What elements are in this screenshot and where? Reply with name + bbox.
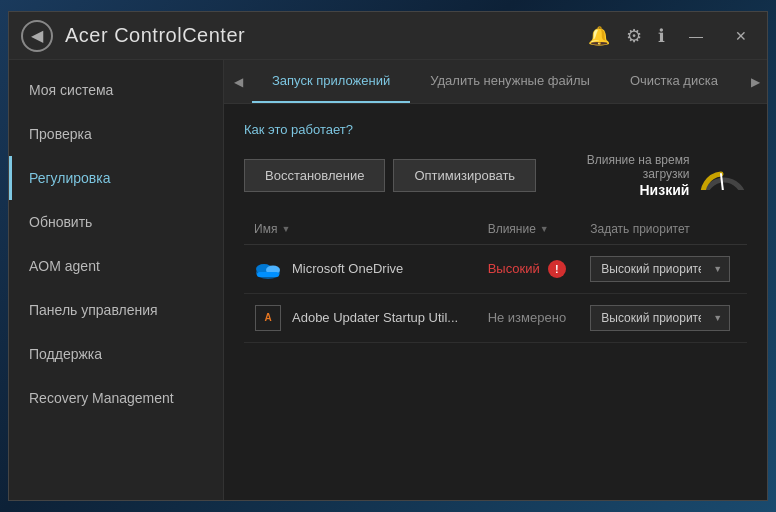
app-name-label: Adobe Updater Startup Util...	[292, 310, 458, 325]
gauge-svg	[699, 160, 747, 190]
how-it-works-link[interactable]: Как это работает?	[244, 122, 353, 137]
sidebar: Моя система Проверка Регулировка Обновит…	[9, 60, 224, 500]
title-bar: ◀ Acer ControlCenter 🔔 ⚙ ℹ — ✕	[9, 12, 767, 60]
sidebar-item-recovery-management[interactable]: Recovery Management	[9, 376, 223, 420]
col-impact-header: Влияние ▼	[478, 214, 581, 245]
bell-icon[interactable]: 🔔	[588, 25, 610, 47]
col-priority-header: Задать приоритет	[580, 214, 747, 245]
name-sort-icon[interactable]: ▼	[281, 224, 290, 234]
priority-select-onedrive[interactable]: Высокий приоритет	[590, 256, 730, 282]
priority-select-wrapper-adobe[interactable]: Высокий приоритет	[590, 305, 730, 331]
onedrive-app-icon	[254, 255, 282, 283]
impact-cell: Не измерено	[478, 293, 581, 342]
tab-delete-junk[interactable]: Удалить ненужные файлы	[410, 60, 610, 103]
tab-launch-apps[interactable]: Запуск приложений	[252, 60, 410, 103]
tab-disk-cleanup[interactable]: Очистка диска	[610, 60, 738, 103]
adobe-icon: A	[255, 305, 281, 331]
content-body: Как это работает? Восстановление Оптимиз…	[224, 104, 767, 500]
load-gauge	[699, 160, 747, 190]
tab-prev-arrow[interactable]: ◀	[224, 60, 252, 103]
sidebar-item-control-panel[interactable]: Панель управления	[9, 288, 223, 332]
restore-button[interactable]: Восстановление	[244, 159, 385, 192]
tab-next-arrow[interactable]: ▶	[742, 60, 767, 103]
warning-icon: !	[548, 260, 566, 278]
content-area: ◀ Запуск приложений Удалить ненужные фай…	[224, 60, 767, 500]
sidebar-item-aom-agent[interactable]: AOM agent	[9, 244, 223, 288]
sidebar-item-update[interactable]: Обновить	[9, 200, 223, 244]
onedrive-svg	[254, 259, 282, 279]
gear-icon[interactable]: ⚙	[626, 25, 642, 47]
col-name-header: Имя ▼	[244, 214, 478, 245]
sidebar-item-my-system[interactable]: Моя система	[9, 68, 223, 112]
svg-rect-4	[257, 272, 279, 277]
next-arrow-icon: ▶	[751, 75, 760, 89]
back-icon: ◀	[31, 26, 43, 45]
action-bar: Восстановление Оптимизировать Влияние на…	[244, 153, 747, 198]
priority-select-adobe[interactable]: Высокий приоритет	[590, 305, 730, 331]
impact-cell: Высокий !	[478, 244, 581, 293]
app-window: ◀ Acer ControlCenter 🔔 ⚙ ℹ — ✕ Моя систе…	[8, 11, 768, 501]
main-layout: Моя система Проверка Регулировка Обновит…	[9, 60, 767, 500]
apps-table: Имя ▼ Влияние ▼ Зад	[244, 214, 747, 343]
table-row: Microsoft OneDrive Высокий !	[244, 244, 747, 293]
priority-cell: Высокий приоритет	[580, 244, 747, 293]
info-icon[interactable]: ℹ	[658, 25, 665, 47]
close-button[interactable]: ✕	[727, 24, 755, 48]
impact-value: Не измерено	[488, 310, 567, 325]
prev-arrow-icon: ◀	[234, 75, 243, 89]
priority-select-wrapper[interactable]: Высокий приоритет	[590, 256, 730, 282]
sidebar-item-regulate[interactable]: Регулировка	[9, 156, 223, 200]
load-indicator: Влияние на время загрузки Низкий	[544, 153, 747, 198]
sidebar-item-check[interactable]: Проверка	[9, 112, 223, 156]
adobe-app-icon: A	[254, 304, 282, 332]
load-value: Низкий	[544, 182, 689, 198]
minimize-button[interactable]: —	[681, 24, 711, 48]
app-name-cell: Microsoft OneDrive	[244, 244, 478, 293]
table-row: A Adobe Updater Startup Util... Не измер…	[244, 293, 747, 342]
app-name-cell: A Adobe Updater Startup Util...	[244, 293, 478, 342]
app-title: Acer ControlCenter	[65, 24, 245, 47]
sidebar-item-support[interactable]: Поддержка	[9, 332, 223, 376]
impact-sort-icon[interactable]: ▼	[540, 224, 549, 234]
optimize-button[interactable]: Оптимизировать	[393, 159, 536, 192]
tab-bar: ◀ Запуск приложений Удалить ненужные фай…	[224, 60, 767, 104]
load-label: Влияние на время загрузки	[544, 153, 689, 182]
app-name-label: Microsoft OneDrive	[292, 261, 403, 276]
priority-cell: Высокий приоритет	[580, 293, 747, 342]
impact-value: Высокий	[488, 261, 540, 276]
back-button[interactable]: ◀	[21, 20, 53, 52]
